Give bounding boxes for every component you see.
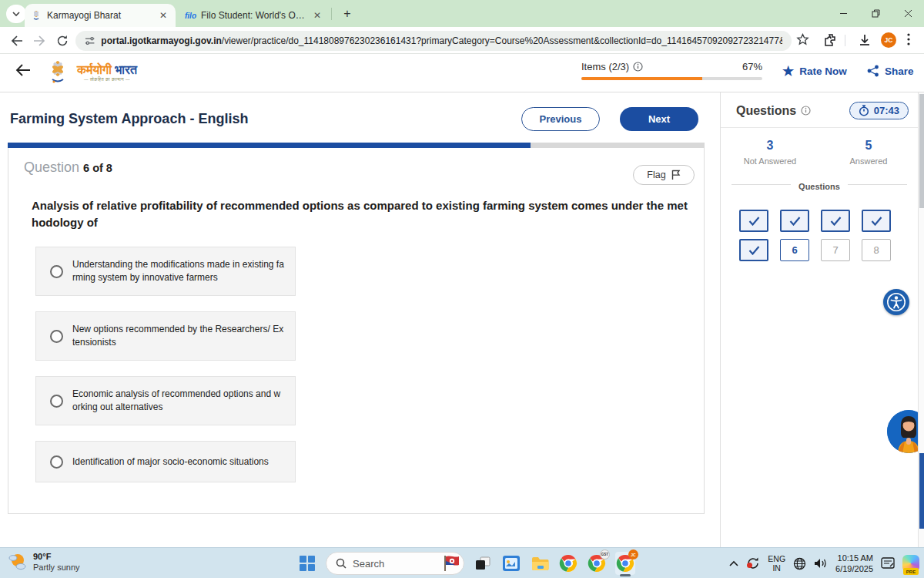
check-icon	[748, 246, 760, 255]
screen: Karmayogi Bharat ✕ filo Filo Student: Wo…	[0, 0, 924, 578]
windows-start-icon	[300, 556, 315, 571]
option-row[interactable]: New options recommended by the Researche…	[35, 311, 296, 361]
check-icon	[871, 217, 882, 226]
chrome-button-2[interactable]: GST	[587, 552, 607, 575]
copilot-button[interactable]: PRE	[902, 555, 919, 572]
answered-label: Answered	[819, 156, 918, 166]
option-row[interactable]: Economic analysis of recommended options…	[35, 376, 296, 425]
flag-button[interactable]: Flag	[633, 165, 695, 185]
palette-question-1[interactable]	[739, 210, 768, 232]
share-button[interactable]: Share	[867, 65, 914, 77]
weather-temp: 90°F	[33, 551, 80, 562]
radio-button[interactable]	[50, 330, 63, 343]
tab-title: Filo Student: World's Only Live	[201, 10, 306, 21]
quiz-progress-bar	[8, 143, 705, 148]
items-progress-fill	[581, 77, 702, 80]
site-settings-icon	[85, 35, 95, 46]
tab-search-button[interactable]	[6, 5, 26, 23]
back-button[interactable]	[8, 32, 25, 49]
radio-button[interactable]	[50, 265, 63, 278]
start-button[interactable]	[297, 552, 317, 575]
palette-question-3[interactable]	[821, 210, 850, 232]
question-card: Question 6 of 8 Flag Analysis of relativ…	[8, 148, 705, 514]
karmayogi-logo[interactable]: कर्मयोगी भारत — लोकहित का कल्याण —	[43, 58, 137, 87]
back-arrow-icon	[15, 63, 31, 77]
chrome-button-3-active[interactable]: JC	[615, 552, 635, 575]
palette-question-4[interactable]	[862, 210, 891, 232]
questions-divider: Questions	[732, 184, 907, 199]
radio-button[interactable]	[50, 455, 63, 469]
media-app-button[interactable]	[501, 552, 521, 575]
taskbar-weather[interactable]: 90°F Partly sunny	[6, 551, 80, 573]
option-row[interactable]: Understanding the modifications made in …	[35, 247, 296, 296]
profile-avatar[interactable]: JC	[881, 32, 896, 48]
search-highlight-flag-icon	[442, 555, 460, 572]
url-text: portal.igotkarmayogi.gov.in/viewer/pract…	[101, 35, 782, 46]
media-app-icon	[503, 556, 520, 571]
browser-titlebar: Karmayogi Bharat ✕ filo Filo Student: Wo…	[0, 0, 924, 27]
palette-question-5[interactable]	[739, 239, 768, 261]
sync-tray-icon[interactable]	[746, 556, 760, 570]
forward-button[interactable]	[31, 32, 48, 49]
language-indicator[interactable]: ENG IN	[768, 554, 785, 573]
filo-favicon-icon: filo	[185, 12, 196, 20]
taskbar-search[interactable]: Search	[326, 552, 464, 575]
downloads-button[interactable]	[858, 33, 872, 50]
tab-karmayogi[interactable]: Karmayogi Bharat ✕	[25, 4, 176, 27]
network-globe-icon[interactable]	[793, 557, 806, 570]
clock[interactable]: 10:15 AM 6/19/2025	[835, 553, 873, 574]
accessibility-button[interactable]	[883, 289, 909, 315]
minimize-button[interactable]	[827, 0, 859, 27]
scrollbar[interactable]	[918, 92, 924, 547]
weather-partly-sunny-icon	[6, 552, 28, 572]
notification-center-icon[interactable]	[881, 556, 895, 570]
browser-menu-button[interactable]	[907, 33, 910, 49]
close-button[interactable]	[892, 0, 924, 27]
share-icon	[867, 65, 879, 77]
not-answered-label: Not Answered	[721, 156, 819, 166]
address-bar[interactable]: portal.igotkarmayogi.gov.in/viewer/pract…	[75, 31, 792, 51]
rate-now-button[interactable]: ★ Rate Now	[782, 65, 847, 78]
file-explorer-button[interactable]	[530, 552, 550, 575]
bookmark-button[interactable]	[796, 33, 809, 49]
radio-button[interactable]	[50, 395, 63, 408]
tab-close-icon[interactable]: ✕	[311, 10, 323, 21]
search-placeholder: Search	[353, 558, 436, 570]
option-label: New options recommended by the Researche…	[72, 323, 284, 349]
options-list: Understanding the modifications made in …	[35, 247, 296, 482]
app-back-button[interactable]	[15, 63, 31, 81]
info-icon[interactable]	[633, 62, 643, 72]
extensions-button[interactable]	[824, 33, 838, 50]
palette-question-6[interactable]: 6	[780, 239, 809, 261]
timer-value: 07:43	[874, 105, 899, 116]
volume-icon[interactable]	[814, 557, 828, 570]
palette-question-8[interactable]: 8	[862, 239, 891, 261]
flag-label: Flag	[647, 170, 665, 180]
tray-chevron-up-icon[interactable]	[729, 560, 738, 566]
stopwatch-icon	[859, 105, 869, 116]
info-icon[interactable]	[801, 106, 811, 116]
scrollbar-thumb[interactable]	[919, 94, 924, 208]
questions-sidebar: Questions 07:43 3 Not Answered 5 Answere…	[720, 92, 918, 547]
new-tab-button[interactable]: +	[339, 5, 356, 22]
palette-question-7[interactable]: 7	[821, 239, 850, 261]
option-row[interactable]: Identification of major socio-economic s…	[35, 441, 296, 482]
copilot-pre-badge: PRE	[903, 568, 919, 575]
palette-question-2[interactable]	[780, 210, 809, 232]
previous-button[interactable]: Previous	[521, 107, 600, 131]
next-button[interactable]: Next	[620, 107, 698, 131]
flag-icon	[671, 170, 681, 180]
restore-button[interactable]	[859, 0, 892, 27]
weather-condition: Partly sunny	[33, 562, 80, 573]
kebab-menu-icon	[907, 33, 910, 45]
answered-count: 5	[819, 139, 918, 153]
quiz-progress-fill	[8, 143, 531, 148]
reload-button[interactable]	[54, 32, 71, 49]
items-percent: 67%	[742, 61, 762, 72]
task-view-button[interactable]	[473, 552, 493, 575]
items-progress-bar	[581, 77, 762, 80]
download-icon	[858, 33, 872, 47]
tab-filo[interactable]: filo Filo Student: World's Only Live ✕	[180, 5, 328, 25]
chrome-button-1[interactable]	[558, 552, 578, 575]
tab-close-icon[interactable]: ✕	[157, 10, 169, 21]
